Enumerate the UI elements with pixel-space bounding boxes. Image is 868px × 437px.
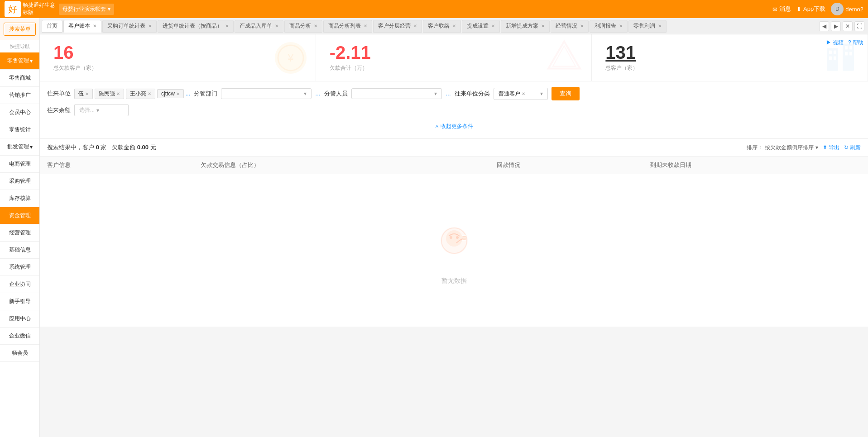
tab-close-customer-account[interactable]: ✕ [93, 24, 96, 28]
tab-new-promotion-plan[interactable]: 新增提成方案 ✕ [501, 20, 550, 33]
sidebar-item-system-mgmt[interactable]: 系统管理 [0, 259, 39, 276]
app-download-btn[interactable]: ⬇ App下载 [796, 5, 825, 13]
tab-fullscreen-btn[interactable]: ⛶ [854, 21, 864, 31]
help-link[interactable]: ? 帮助 [848, 39, 863, 47]
sidebar-item-marketing[interactable]: 营销推广 [0, 87, 39, 104]
tab-home[interactable]: 首页 [42, 20, 62, 33]
dept-select[interactable]: ▾ [221, 88, 312, 99]
tab-customer-contact[interactable]: 客户联络 ✕ [423, 20, 461, 33]
balance-input[interactable]: 选择... ▾ [74, 104, 129, 116]
app-logo-text: 畅捷通好生意 标版 [23, 2, 55, 16]
tab-operation-status[interactable]: 经营情况 ✕ [551, 20, 589, 33]
unit-tag-wang-close[interactable]: ✕ [148, 91, 151, 96]
svg-point-16 [446, 230, 462, 247]
unit-class-select[interactable]: 普通客户 ✕ ▾ [494, 88, 548, 100]
empty-text: 暂无数据 [441, 277, 467, 285]
user-menu[interactable]: D demo2 [831, 3, 863, 15]
sidebar-item-purchase-mgmt[interactable]: 采购管理 [0, 173, 39, 190]
stat2-label: 欠款合计（万） [330, 64, 368, 72]
balance-input-arrow: ▾ [96, 107, 99, 114]
sidebar-item-enterprise-collab[interactable]: 企业协同 [0, 276, 39, 293]
unit-tag-wu[interactable]: 伍 ✕ [74, 89, 93, 99]
dept-filter-label: 分管部门 [194, 90, 217, 98]
unit-tag-chen-close[interactable]: ✕ [116, 91, 120, 96]
tab-profit-report[interactable]: 利润报告 ✕ [590, 20, 628, 33]
tab-close-customer-contact[interactable]: ✕ [452, 24, 456, 28]
chevron-down-icon: ▾ [30, 58, 33, 64]
sort-select[interactable]: 排序： 按欠款金额倒序排序 ▾ [747, 144, 818, 152]
result-info: 搜索结果中，客户 0 家 欠款金额 0.00 元 [47, 143, 156, 152]
tab-close-operation-status[interactable]: ✕ [580, 24, 584, 28]
search-menu-btn[interactable]: 搜索菜单 [4, 23, 36, 36]
stats-area: ¥ 16 总欠款客户（家） [40, 34, 868, 81]
person-select[interactable]: ▾ [351, 88, 442, 99]
person-select-arrow: ▾ [434, 90, 437, 97]
collapse-filter-btn[interactable]: ∧ 收起更多条件 [47, 120, 861, 133]
tab-retail-profit[interactable]: 零售利润 ✕ [628, 20, 667, 33]
tab-close-profit-report[interactable]: ✕ [619, 24, 623, 28]
sidebar-item-app-center[interactable]: 应用中心 [0, 310, 39, 328]
sidebar-item-inventory[interactable]: 库存核算 [0, 190, 39, 207]
unit-tag-cjttcw[interactable]: cjttcw ✕ [157, 89, 184, 98]
tab-scroll-left-btn[interactable]: ◀ [819, 21, 829, 31]
svg-rect-12 [845, 52, 848, 55]
sidebar-item-enterprise-wechat[interactable]: 企业微信 [0, 328, 39, 345]
unit-tag-wu-close[interactable]: ✕ [85, 91, 89, 96]
quick-nav-btn[interactable]: 快捷导航 [0, 40, 39, 52]
tab-product-inbound[interactable]: 产成品入库单 ✕ [235, 20, 283, 33]
unit-tag-cjttcw-close[interactable]: ✕ [176, 91, 180, 96]
tab-promotion-settings[interactable]: 提成设置 ✕ [462, 20, 500, 33]
tab-close-retail-profit[interactable]: ✕ [658, 24, 662, 28]
chevron-up-icon: ∧ [435, 123, 441, 129]
dept-more-btn[interactable]: … [315, 90, 321, 97]
person-more-btn[interactable]: … [446, 90, 451, 97]
sidebar-item-operation-mgmt[interactable]: 经营管理 [0, 224, 39, 242]
svg-text:¥: ¥ [287, 52, 294, 64]
export-btn[interactable]: ⬆ 导出 [823, 144, 839, 152]
video-link[interactable]: ▶ 视频 [826, 39, 844, 47]
app-logo-icon: 好 [5, 1, 21, 17]
unit-tag-chen[interactable]: 陈民强 ✕ [95, 89, 124, 99]
tab-product-analysis-list[interactable]: 商品分析列表 ✕ [323, 20, 372, 33]
tab-close-customer-tier[interactable]: ✕ [413, 24, 417, 28]
tab-close-product-inbound[interactable]: ✕ [275, 24, 278, 28]
tab-close-new-promotion-plan[interactable]: ✕ [541, 24, 545, 28]
tab-close-all-btn[interactable]: ✕ [843, 21, 853, 31]
tab-scroll-right-btn[interactable]: ▶ [831, 21, 841, 31]
unit-class-tag-close[interactable]: ✕ [522, 91, 525, 96]
sidebar-item-new-guide[interactable]: 新手引导 [0, 293, 39, 310]
sidebar-item-retail-stats[interactable]: 零售统计 [0, 121, 39, 138]
tab-close-promotion-settings[interactable]: ✕ [491, 24, 495, 28]
tab-close-inbound-stats[interactable]: ✕ [225, 24, 229, 28]
tab-product-analysis[interactable]: 商品分析 ✕ [284, 20, 322, 33]
tab-close-product-analysis-list[interactable]: ✕ [364, 24, 367, 28]
unit-tag-wang[interactable]: 王小亮 ✕ [126, 89, 155, 99]
tab-inbound-stats[interactable]: 进货单统计表（按商品） ✕ [158, 20, 234, 33]
stat3-value[interactable]: 131 [605, 43, 636, 62]
sidebar-item-wholesale-mgmt[interactable]: 批发管理 ▾ [0, 138, 39, 156]
sidebar-item-ecommerce-mgmt[interactable]: 电商管理 [0, 156, 39, 173]
sidebar-item-retail-mgmt[interactable]: 零售管理 ▾ [0, 52, 39, 70]
sidebar-item-retail-mall[interactable]: 零售商城 [0, 70, 39, 87]
message-btn[interactable]: ✉ 消息 [772, 5, 791, 13]
tab-purchase-order-stats[interactable]: 采购订单统计表 ✕ [102, 20, 157, 33]
data-table: 客户信息 欠款交易信息（占比） 回款情况 到期未收款日期 [40, 157, 868, 327]
video-icon: ▶ [826, 39, 833, 46]
tab-customer-tier[interactable]: 客户分层经营 ✕ [373, 20, 422, 33]
tab-close-purchase-order-stats[interactable]: ✕ [148, 24, 152, 28]
stat1-label: 总欠款客户（家） [53, 64, 97, 72]
tab-customer-account[interactable]: 客户账本 ✕ [63, 20, 101, 33]
stat-total-debt-customers: ¥ 16 总欠款客户（家） [40, 34, 316, 81]
unit-class-tag-normal[interactable]: 普通客户 ✕ [499, 90, 525, 98]
refresh-icon: ↻ [844, 144, 849, 151]
sidebar-item-member-center[interactable]: 会员中心 [0, 104, 39, 121]
unit-tags-more[interactable]: ... [186, 90, 190, 97]
query-btn[interactable]: 查询 [551, 87, 580, 100]
sidebar-item-basic-info[interactable]: 基础信息 [0, 242, 39, 259]
store-selector[interactable]: 母婴行业演示帐套 ▾ [59, 4, 114, 15]
refresh-btn[interactable]: ↻ 刷新 [844, 144, 861, 152]
sidebar-item-vip-member[interactable]: 畅会员 [0, 345, 39, 362]
filter-area: 往来单位 伍 ✕ 陈民强 ✕ 王小亮 [40, 81, 868, 139]
tab-close-product-analysis[interactable]: ✕ [314, 24, 317, 28]
sidebar-item-capital-mgmt[interactable]: 资金管理 [0, 207, 39, 224]
